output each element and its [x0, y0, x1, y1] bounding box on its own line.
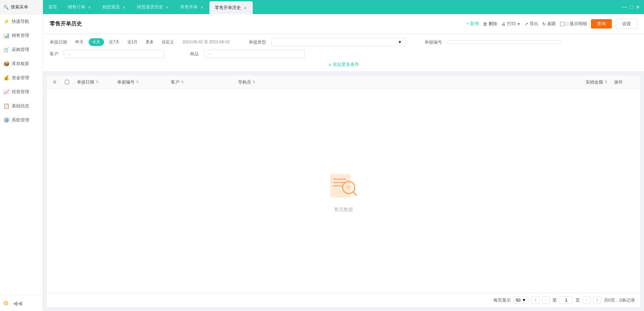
settings-bottom-icon[interactable]: ⚙: [3, 300, 9, 307]
tab-home-label: 首页: [48, 4, 57, 10]
th-number[interactable]: 单据编号 ⇅: [114, 79, 167, 85]
page-size-label: 每页显示: [493, 297, 511, 303]
main-area: 首页 销售订单 ✕ 销货退货 ✕ 销货退货历史 ✕ 零售开单 ✕ 零售开单历史 …: [43, 0, 644, 311]
page-next-btn[interactable]: ›: [583, 296, 590, 304]
tab-sales-order-label: 销售订单: [68, 4, 85, 10]
th-action-label: 操作: [614, 79, 623, 85]
delete-label: 删除: [489, 21, 497, 27]
window-minimize-btn[interactable]: —: [622, 4, 627, 10]
sidebar-item-sales-mgmt[interactable]: 📊 销售管理: [0, 29, 43, 43]
customer-input[interactable]: ···: [64, 50, 164, 58]
th-setting[interactable]: ⚙: [49, 80, 61, 85]
number-input[interactable]: [447, 41, 561, 44]
delete-button[interactable]: 🗑 删除: [483, 21, 497, 27]
collapse-button[interactable]: ∧ 收起更多条件: [328, 61, 359, 67]
tab-sales-return-history-label: 销货退货历史: [137, 4, 163, 10]
query-button[interactable]: 查询: [591, 19, 612, 29]
page-label-post: 页: [576, 297, 580, 303]
th-checkbox[interactable]: [61, 80, 73, 84]
sort-customer-icon: ⇅: [181, 80, 184, 84]
page-total-info: 共0页，0条记录: [604, 297, 635, 303]
sort-amount-icon: ⇅: [604, 80, 607, 84]
display-detail-label[interactable]: □ 显示明细: [560, 21, 587, 27]
refresh-button[interactable]: ↻ 刷新: [542, 21, 556, 27]
close-icon: ✕: [122, 5, 126, 9]
svg-rect-1: [333, 178, 346, 180]
tab-retail-open-history[interactable]: 零售开单历史 ✕: [209, 1, 253, 14]
tab-sales-return-close[interactable]: ✕: [122, 5, 126, 9]
page-first-btn[interactable]: ⟪: [531, 296, 540, 304]
operations-icon: 📈: [3, 89, 10, 95]
svg-point-5: [345, 184, 353, 192]
th-number-label: 单据编号: [117, 79, 135, 85]
select-all-checkbox[interactable]: [65, 80, 69, 84]
tab-sales-return-history-close[interactable]: ✕: [165, 5, 169, 9]
date-options: 昨天 今天 近7天 近1月 更多 自定义: [72, 38, 177, 46]
page-title: 零售开单历史: [50, 20, 82, 32]
collapse-sidebar-icon[interactable]: ◀◀: [13, 300, 22, 307]
th-customer[interactable]: 客户 ⇅: [167, 79, 235, 85]
sidebar-search[interactable]: 🔍 搜索采单: [0, 0, 43, 14]
date-btn-7days[interactable]: 近7天: [106, 38, 122, 46]
page-last-btn[interactable]: ⟫: [593, 296, 601, 304]
sidebar-item-label: 快捷导航: [12, 18, 29, 24]
tab-retail-open-label: 零售开单: [180, 4, 198, 10]
date-range-text: 2023-06-02 至 2023-06-02: [182, 39, 230, 45]
empty-illustration: [324, 169, 364, 203]
tab-retail-open-close[interactable]: ✕: [200, 5, 204, 9]
window-maximize-btn[interactable]: □: [630, 4, 633, 10]
tab-sales-return-history[interactable]: 销货退货历史 ✕: [132, 0, 175, 14]
table-area: ⚙ 单据日期 ⇅ 单据编号 ⇅ 客户 ⇅ 导购员 ⇅: [46, 75, 641, 308]
basic-info-icon: 📋: [3, 103, 10, 109]
tab-home[interactable]: 首页: [43, 0, 62, 14]
sidebar-item-purchase-mgmt[interactable]: 🛒 采购管理: [0, 43, 43, 57]
type-filter-label: 单据类型: [249, 39, 266, 45]
export-button[interactable]: ↗ 导出: [525, 21, 538, 27]
customer-placeholder: ···: [67, 51, 71, 56]
collapse-up-icon: ∧: [328, 62, 332, 67]
filter-row-customer: 客户 ··· 商品 ···: [50, 50, 637, 58]
filter-row-collapse: ∧ 收起更多条件: [50, 61, 637, 67]
date-btn-yesterday[interactable]: 昨天: [72, 38, 87, 46]
date-btn-1month[interactable]: 近1月: [125, 38, 141, 46]
page-prev-btn[interactable]: ‹: [542, 296, 550, 304]
refresh-icon: ↻: [542, 21, 546, 27]
tab-sales-order[interactable]: 销售订单 ✕: [62, 0, 97, 14]
date-btn-more[interactable]: 更多: [143, 38, 157, 46]
sidebar-item-operations[interactable]: 📈 经营管理: [0, 85, 43, 99]
date-btn-today[interactable]: 今天: [89, 38, 104, 46]
sidebar-item-finance[interactable]: 💰 资金管理: [0, 71, 43, 85]
type-select[interactable]: ▼: [271, 38, 406, 46]
sidebar: 🔍 搜索采单 ⚡ 快捷导航 📊 销售管理 🛒 采购管理 📦 库存核算 💰 资金管…: [0, 0, 43, 311]
tab-sales-return[interactable]: 销货退货 ✕: [97, 0, 132, 14]
sidebar-item-quick-nav[interactable]: ⚡ 快捷导航: [0, 14, 43, 29]
print-icon: 🖨: [501, 21, 506, 27]
tab-sales-order-close[interactable]: ✕: [87, 5, 92, 9]
sidebar-item-label: 系统管理: [12, 117, 29, 123]
tab-retail-open-history-close[interactable]: ✕: [243, 6, 247, 10]
export-label: 导出: [530, 21, 538, 27]
th-amount[interactable]: 实销金额 ⇅: [275, 79, 611, 85]
filter-area: 单据日期 昨天 今天 近7天 近1月 更多 自定义 2023-06-02 至 2…: [43, 34, 644, 72]
date-btn-custom[interactable]: 自定义: [159, 38, 177, 46]
product-input[interactable]: ···: [204, 50, 305, 58]
add-button[interactable]: + 新增: [466, 21, 479, 27]
print-button[interactable]: 🖨 打印 ▼: [501, 21, 521, 27]
sidebar-item-basic-info[interactable]: 📋 基础信息: [0, 99, 43, 113]
tab-retail-open[interactable]: 零售开单 ✕: [175, 0, 209, 14]
display-detail-checkbox[interactable]: [560, 22, 564, 26]
th-guide[interactable]: 导购员 ⇅: [235, 79, 275, 85]
sidebar-item-system-mgmt[interactable]: ⚙️ 系统管理: [0, 113, 43, 127]
system-mgmt-icon: ⚙️: [3, 117, 10, 123]
page-size-select[interactable]: 50 ▼: [513, 297, 529, 304]
svg-line-6: [353, 192, 356, 195]
th-date[interactable]: 单据日期 ⇅: [73, 79, 114, 85]
number-filter-label: 单据编号: [425, 39, 442, 45]
sidebar-item-inventory[interactable]: 📦 库存核算: [0, 57, 43, 71]
page-number-input[interactable]: [559, 296, 573, 304]
svg-rect-2: [333, 182, 345, 183]
setting-button[interactable]: 设置: [616, 19, 637, 29]
page-label-pre: 第: [552, 297, 557, 303]
refresh-label: 刷新: [547, 21, 556, 27]
window-close-btn[interactable]: ✕: [636, 4, 640, 10]
